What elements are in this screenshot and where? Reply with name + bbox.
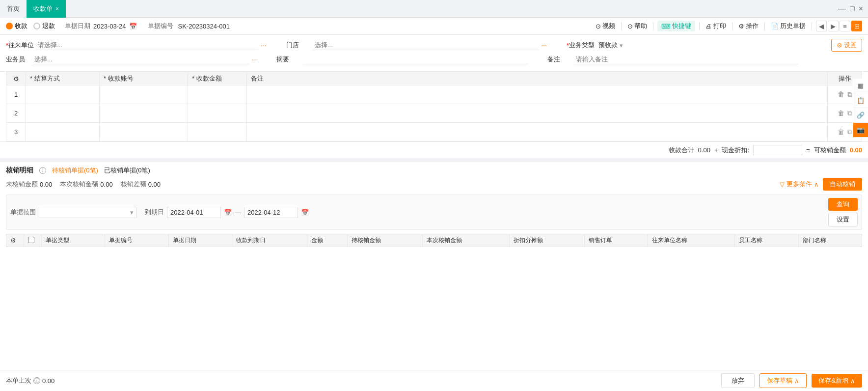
nav-icons: ◀ ▶ ≡ ⊞ (816, 21, 862, 31)
current-amount-item: 本次核销金额 0.00 (60, 180, 112, 189)
more-conditions-btn[interactable]: ▽ 更多条件 ∧ (780, 180, 819, 189)
receipt-table: ⚙ * 结算方式 * 收款账号 * 收款金额 备注 操作 1 (6, 72, 862, 141)
total-value: 0.00 (698, 146, 710, 154)
total-label: 收款合计 (669, 146, 694, 155)
refund-radio-label: 退款 (42, 22, 55, 30)
date-from-input[interactable] (167, 207, 221, 218)
salesperson-input[interactable] (32, 55, 249, 64)
form-settings-btn[interactable]: ⚙ 设置 (831, 39, 862, 52)
row2-amount[interactable] (188, 104, 247, 123)
settings-btn-label: 设置 (844, 41, 857, 50)
row2-delete-icon[interactable]: 🗑 (838, 109, 844, 117)
row2-num: 2 (6, 104, 26, 123)
row3-method[interactable] (26, 123, 100, 141)
print-icon: 🖨 (705, 23, 712, 30)
remark-input[interactable] (574, 55, 798, 64)
select-all-checkbox[interactable] (28, 237, 34, 243)
row1-copy-icon[interactable]: ⧉ (847, 90, 852, 99)
nav-next-btn[interactable]: ▶ (828, 21, 839, 31)
print-btn[interactable]: 🖨 打印 (704, 21, 728, 31)
list-view-btn[interactable]: ≡ (840, 21, 850, 31)
counterpart-field: * 往来单位 ··· (6, 40, 267, 50)
summary-input[interactable] (303, 55, 527, 64)
panel-icon-table[interactable]: ▦ (853, 79, 868, 93)
bottom-col-dept: 部门名称 (798, 234, 862, 247)
abandon-btn[interactable]: 放弃 (721, 373, 755, 388)
date-to-calendar-icon[interactable]: 📅 (301, 209, 309, 216)
footer-current-label: 本单上次 (6, 376, 31, 385)
store-input[interactable] (313, 40, 539, 50)
grid-view-btn[interactable]: ⊞ (851, 21, 862, 31)
row1-account[interactable] (100, 85, 188, 104)
filter-settings-btn[interactable]: 设置 (828, 213, 858, 226)
receipt-type-group: 收款 退款 (6, 22, 55, 30)
save-btn-label: 保存&新增 (818, 376, 848, 385)
table-gear-col[interactable]: ⚙ (6, 72, 26, 85)
row3-account[interactable] (100, 123, 188, 141)
table-gear-icon[interactable]: ⚙ (13, 75, 19, 83)
draft-btn[interactable]: 保存草稿 ∧ (760, 373, 807, 388)
row1-method[interactable] (26, 85, 100, 104)
save-btn[interactable]: 保存&新增 ∧ (812, 374, 862, 388)
row3-num: 3 (6, 123, 26, 141)
history-icon: 📄 (771, 23, 779, 30)
bottom-col-gear[interactable]: ⚙ (6, 234, 24, 247)
operation-btn[interactable]: ⚙ 操作 (736, 21, 760, 31)
refund-radio[interactable]: 退款 (33, 22, 55, 30)
row2-account[interactable] (100, 104, 188, 123)
auto-verify-btn[interactable]: 自动核销 (823, 178, 862, 191)
toolbar-right: ⊙ 视频 ⊙ 帮助 ⌨ 快捷键 🖨 打印 (594, 21, 862, 31)
nav-prev-btn[interactable]: ◀ (816, 21, 827, 31)
shortcut-label: 快捷键 (672, 22, 691, 30)
row2-copy-icon[interactable]: ⧉ (847, 109, 852, 117)
row2-method[interactable] (26, 104, 100, 123)
panel-icon-doc[interactable]: 📋 (853, 93, 868, 108)
date-to-input[interactable] (244, 207, 298, 218)
win-minimize-btn[interactable]: — (838, 4, 846, 13)
row3-remark[interactable] (247, 123, 828, 141)
salesperson-more-btn[interactable]: ··· (251, 56, 257, 63)
row3-copy-icon[interactable]: ⧉ (847, 128, 852, 136)
discount-input[interactable] (753, 145, 802, 155)
date-from-calendar-icon[interactable]: 📅 (224, 209, 232, 216)
row3-delete-icon[interactable]: 🗑 (838, 128, 844, 136)
win-close-btn[interactable]: × (859, 4, 863, 13)
tab-receipt[interactable]: 收款单 × (27, 0, 66, 18)
shortcut-btn[interactable]: ⌨ 快捷键 (657, 21, 695, 31)
tab-home[interactable]: 首页 (0, 0, 27, 18)
row1-remark[interactable] (247, 85, 828, 104)
range-select[interactable]: ▾ (39, 207, 137, 218)
table-row: 3 🗑 ⧉ (6, 123, 862, 141)
verified-tab[interactable]: 已核销单据(0笔) (104, 166, 150, 175)
panel-icon-camera[interactable]: 📷 (853, 123, 868, 138)
panel-icon-link[interactable]: 🔗 (853, 108, 868, 123)
win-maximize-btn[interactable]: □ (850, 4, 855, 13)
business-type-dropdown[interactable]: ▾ (620, 42, 623, 49)
row1-amount[interactable] (188, 85, 247, 104)
pending-tab[interactable]: 待核销单据(0笔) (52, 166, 98, 175)
counterpart-more-btn[interactable]: ··· (261, 41, 267, 49)
help-btn[interactable]: ⊙ 帮助 (625, 21, 649, 31)
receipt-radio-dot (6, 23, 13, 29)
history-btn[interactable]: 📄 历史单据 (769, 21, 808, 31)
range-select-arrow: ▾ (130, 209, 134, 216)
row1-delete-icon[interactable]: 🗑 (838, 90, 844, 99)
divider4 (732, 22, 732, 30)
receipt-radio[interactable]: 收款 (6, 22, 27, 30)
business-type-value: 预收款 (598, 41, 618, 50)
counterpart-input[interactable] (36, 40, 259, 50)
video-btn[interactable]: ⊙ 视频 (594, 21, 617, 31)
footer-info-icon[interactable]: ⓘ (33, 377, 40, 384)
row2-remark[interactable] (247, 104, 828, 123)
summary-row: 收款合计 0.00 + 现金折扣: = 可核销金额 0.00 (0, 141, 868, 158)
bottom-gear-icon[interactable]: ⚙ (10, 237, 16, 244)
row3-amount[interactable] (188, 123, 247, 141)
bottom-col-check[interactable] (24, 234, 42, 247)
store-more-btn[interactable]: ··· (541, 41, 547, 49)
tab-close-icon[interactable]: × (55, 5, 59, 12)
doc-date-calendar-icon[interactable]: 📅 (129, 23, 137, 30)
query-btn[interactable]: 查询 (828, 198, 858, 211)
footer-left: 本单上次 ⓘ 0.00 (6, 376, 54, 385)
verification-info-icon[interactable]: i (39, 167, 46, 174)
divider3 (699, 22, 700, 30)
